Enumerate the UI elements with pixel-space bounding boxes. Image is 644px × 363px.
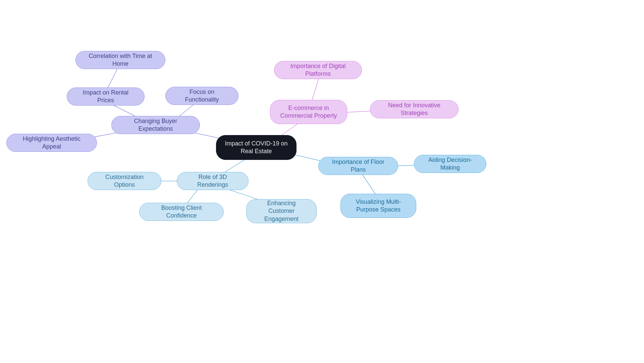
buyer-time-label: Correlation with Time at Home xyxy=(84,52,157,68)
buyer-main-label: Changing Buyer Expectations xyxy=(120,117,192,133)
central-label: Impact of COVID-19 on Real Estate xyxy=(224,140,288,156)
renderings-confidence-label: Boosting Client Confidence xyxy=(148,204,215,220)
renderings-main-node[interactable]: Role of 3D Renderings xyxy=(177,172,249,190)
ecommerce-main-label: E-commerce in Commercial Property xyxy=(278,104,339,120)
buyer-functionality-node[interactable]: Focus on Functionality xyxy=(165,87,238,105)
renderings-customization-node[interactable]: Customization Options xyxy=(88,172,161,190)
ecommerce-innovative-node[interactable]: Need for Innovative Strategies xyxy=(370,100,459,118)
svg-line-10 xyxy=(186,189,198,204)
renderings-main-label: Role of 3D Renderings xyxy=(185,173,240,189)
floorplans-decision-label: Aiding Decision-Making xyxy=(422,156,478,172)
ecommerce-digital-label: Importance of Digital Platforms xyxy=(282,62,354,78)
buyer-main-node[interactable]: Changing Buyer Expectations xyxy=(111,116,200,134)
buyer-aesthetic-node[interactable]: Highlighting Aesthetic Appeal xyxy=(6,134,97,152)
renderings-engagement-label: Enhancing Customer Engagement xyxy=(255,199,308,223)
floorplans-multipurpose-node[interactable]: Visualizing Multi-Purpose Spaces xyxy=(340,194,416,218)
renderings-customization-label: Customization Options xyxy=(96,173,153,189)
floorplans-main-node[interactable]: Importance of Floor Plans xyxy=(318,157,398,175)
renderings-engagement-node[interactable]: Enhancing Customer Engagement xyxy=(246,199,317,223)
renderings-confidence-node[interactable]: Boosting Client Confidence xyxy=(139,203,224,221)
svg-line-3 xyxy=(178,104,195,117)
buyer-time-node[interactable]: Correlation with Time at Home xyxy=(75,51,165,69)
buyer-functionality-label: Focus on Functionality xyxy=(174,88,230,104)
svg-line-6 xyxy=(312,79,319,101)
central-node[interactable]: Impact of COVID-19 on Real Estate xyxy=(216,135,297,160)
svg-line-2 xyxy=(107,69,117,89)
ecommerce-main-node[interactable]: E-commerce in Commercial Property xyxy=(270,100,347,124)
floorplans-multipurpose-label: Visualizing Multi-Purpose Spaces xyxy=(349,198,408,214)
buyer-aesthetic-label: Highlighting Aesthetic Appeal xyxy=(15,135,89,151)
ecommerce-innovative-label: Need for Innovative Strategies xyxy=(378,102,450,117)
buyer-rental-node[interactable]: Impact on Rental Prices xyxy=(67,87,145,106)
svg-line-14 xyxy=(362,174,376,194)
floorplans-main-label: Importance of Floor Plans xyxy=(327,158,390,174)
buyer-rental-label: Impact on Rental Prices xyxy=(75,89,136,105)
ecommerce-digital-node[interactable]: Importance of Digital Platforms xyxy=(274,61,362,79)
floorplans-decision-node[interactable]: Aiding Decision-Making xyxy=(414,155,486,173)
